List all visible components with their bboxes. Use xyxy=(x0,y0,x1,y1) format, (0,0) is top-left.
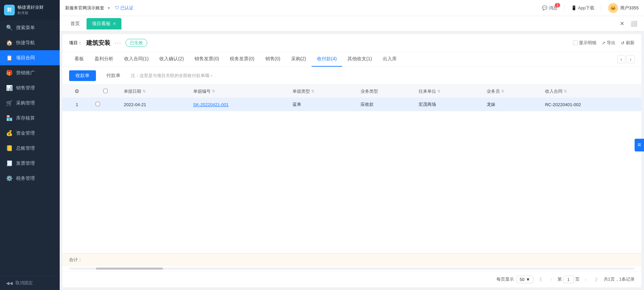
type-column-header[interactable]: 单据类型 ⇅ xyxy=(288,85,357,98)
income-contract-column-header[interactable]: 收入合同 ⇅ xyxy=(541,85,641,98)
unpin-button[interactable]: ◀◀ 取消固定 xyxy=(0,276,60,290)
page-size-dropdown-icon: ▼ xyxy=(526,277,530,282)
sidebar-item-finance[interactable]: 💰 资金管理 xyxy=(0,126,60,141)
sub-tab-kanban[interactable]: 看板 xyxy=(69,52,89,67)
sidebar: 财 畅捷通好业财 标准版 🔍 搜索菜单 🏠 快捷导航 📋 项目合同 🎁 营销推广… xyxy=(0,0,60,290)
scrollbar-thumb[interactable] xyxy=(96,268,163,270)
sidebar-item-label: 发票管理 xyxy=(16,160,35,166)
sub-tab-sales-invoice[interactable]: 销售发票(0) xyxy=(189,52,224,67)
current-page-input[interactable]: 1 xyxy=(563,276,574,283)
row-number-cell[interactable]: SK-20220421-001 xyxy=(189,98,288,111)
sub-tab-income-confirm[interactable]: 收入确认(2) xyxy=(154,52,189,67)
float-right-button[interactable]: ≡ xyxy=(635,139,644,151)
export-button[interactable]: ↗ 导出 xyxy=(602,40,615,46)
sub-tab-tax-invoice[interactable]: 税务发票(0) xyxy=(224,52,260,67)
scrollbar-track xyxy=(69,268,635,270)
show-detail-checkbox[interactable] xyxy=(573,41,578,45)
settings-icon[interactable]: ⚙ xyxy=(74,88,79,94)
last-page-button[interactable]: ⟫ xyxy=(592,275,601,284)
number-sort-icon: ⇅ xyxy=(212,89,215,93)
account-selector[interactable]: 新服务官网演示账套 ▼ xyxy=(65,5,111,11)
ledger-icon: 📒 xyxy=(6,145,13,151)
tab-home-label: 首页 xyxy=(70,21,80,27)
sub-tab-warehouse[interactable]: 出入库 xyxy=(377,52,402,67)
tab-home[interactable]: 首页 xyxy=(65,18,85,29)
unpin-icon: ◀◀ xyxy=(6,281,13,286)
app-download-button[interactable]: 📱 App下载 xyxy=(571,5,594,11)
horizontal-scrollbar[interactable] xyxy=(62,266,641,271)
divider xyxy=(564,5,565,11)
project-title: 建筑安装 xyxy=(86,39,110,47)
row-checkbox-cell[interactable] xyxy=(92,98,120,111)
payment-tab-button[interactable]: 付款单 xyxy=(100,70,127,81)
maximize-button[interactable]: ⬜ xyxy=(629,19,639,28)
select-all-checkbox[interactable] xyxy=(103,89,108,93)
close-button[interactable]: ✕ xyxy=(617,19,627,28)
sub-tab-purchase[interactable]: 采购(2) xyxy=(286,52,312,67)
sidebar-item-quick-nav[interactable]: 🏠 快捷导航 xyxy=(0,35,60,50)
income-contract-sort-icon: ⇅ xyxy=(564,89,567,93)
row-income-contract: RC-20220401-002 xyxy=(541,98,641,111)
sub-tab-sales[interactable]: 销售(0) xyxy=(260,52,286,67)
biz-type-column-header: 业务类型 xyxy=(357,85,415,98)
next-page-button[interactable]: › xyxy=(581,275,590,284)
sidebar-item-label: 搜索菜单 xyxy=(16,25,35,31)
project-status-badge: 已生效 xyxy=(125,39,147,47)
salesperson-column-header[interactable]: 业务员 ⇅ xyxy=(483,85,541,98)
home-icon: 🏠 xyxy=(6,40,13,46)
show-detail-toggle[interactable]: 显示明细 xyxy=(573,40,596,46)
account-name: 新服务官网演示账套 xyxy=(65,5,104,11)
sidebar-item-label: 税务管理 xyxy=(16,175,35,182)
sidebar-item-invoice[interactable]: 🧾 发票管理 xyxy=(0,156,60,171)
tabs-right-actions: ✕ ⬜ xyxy=(617,19,639,28)
receipt-tab-button[interactable]: 收款单 xyxy=(69,70,96,81)
project-header: 项目： 建筑安装 ··· 已生效 显示明细 ↗ 导出 ↺ 刷新 xyxy=(62,34,641,52)
sub-tab-income-contract[interactable]: 收入合同(1) xyxy=(119,52,154,67)
message-icon: 💬 xyxy=(542,5,547,10)
sub-tabs-next-btn[interactable]: › xyxy=(627,55,635,63)
page-size-select[interactable]: 50 ▼ xyxy=(517,276,533,283)
refresh-label: 刷新 xyxy=(626,40,635,46)
date-column-header[interactable]: 单据日期 ⇅ xyxy=(120,85,189,98)
sidebar-item-label: 销售管理 xyxy=(16,85,35,91)
total-label: 合计： xyxy=(69,257,82,263)
prev-page-button[interactable]: ‹ xyxy=(547,275,556,284)
sidebar-item-marketing[interactable]: 🎁 营销推广 xyxy=(0,65,60,80)
messages-button[interactable]: 💬 消息 1 xyxy=(542,5,557,11)
partner-column-header[interactable]: 往来单位 ⇅ xyxy=(415,85,483,98)
row-checkbox[interactable] xyxy=(96,102,100,106)
tab-close-icon[interactable]: ✕ xyxy=(113,21,116,26)
row-partner: 宏茂商场 xyxy=(415,98,483,111)
sidebar-item-project-contract[interactable]: 📋 项目合同 xyxy=(0,50,60,65)
sub-tab-receipt[interactable]: 收付款(4) xyxy=(312,52,342,67)
row-number: 1 xyxy=(62,98,92,111)
sidebar-item-purchase[interactable]: 🛒 采购管理 xyxy=(0,95,60,111)
table-row[interactable]: 1 2022-04-21 SK-20220421-001 蓝单 应收款 宏茂商场… xyxy=(62,98,641,111)
sidebar-item-inventory[interactable]: 🏪 库存核算 xyxy=(0,111,60,126)
number-column-header[interactable]: 单据编号 ⇅ xyxy=(189,85,288,98)
sub-tabs: 看板 盈利分析 收入合同(1) 收入确认(2) 销售发票(0) 税务发票(0) … xyxy=(62,52,641,67)
phone-icon: 📱 xyxy=(571,5,577,10)
sidebar-item-ledger[interactable]: 📒 总账管理 xyxy=(0,141,60,156)
sidebar-item-tax[interactable]: ⚙️ 税务管理 xyxy=(0,171,60,186)
sub-tab-profit[interactable]: 盈利分析 xyxy=(89,52,119,67)
export-icon: ↗ xyxy=(602,41,605,46)
messages-badge: 1 xyxy=(555,3,560,7)
secondary-tabs: 收款单 付款单 注：这里是与项目关联的全部收付款单哦～ xyxy=(62,67,641,85)
checkbox-column-header xyxy=(92,85,120,98)
app-logo: 财 xyxy=(4,5,15,15)
user-menu[interactable]: 🐱 用户3355 xyxy=(608,3,639,13)
row-biz-type: 应收款 xyxy=(357,98,415,111)
sidebar-item-search[interactable]: 🔍 搜索菜单 xyxy=(0,20,60,35)
first-page-button[interactable]: ⟪ xyxy=(536,275,545,284)
more-options-button[interactable]: ··· xyxy=(114,40,121,47)
project-actions: 显示明细 ↗ 导出 ↺ 刷新 xyxy=(573,40,635,46)
page-size-label: 每页显示 xyxy=(496,276,514,282)
float-right-icon: ≡ xyxy=(638,141,641,148)
sidebar-item-sales[interactable]: 📊 销售管理 xyxy=(0,80,60,95)
tab-project-board[interactable]: 项目看板 ✕ xyxy=(87,18,121,29)
settings-column-header[interactable]: ⚙ xyxy=(62,85,92,98)
sub-tab-other-expense[interactable]: 其他收支(1) xyxy=(342,52,377,67)
sub-tabs-prev-btn[interactable]: ‹ xyxy=(617,55,625,63)
refresh-button[interactable]: ↺ 刷新 xyxy=(621,40,635,46)
